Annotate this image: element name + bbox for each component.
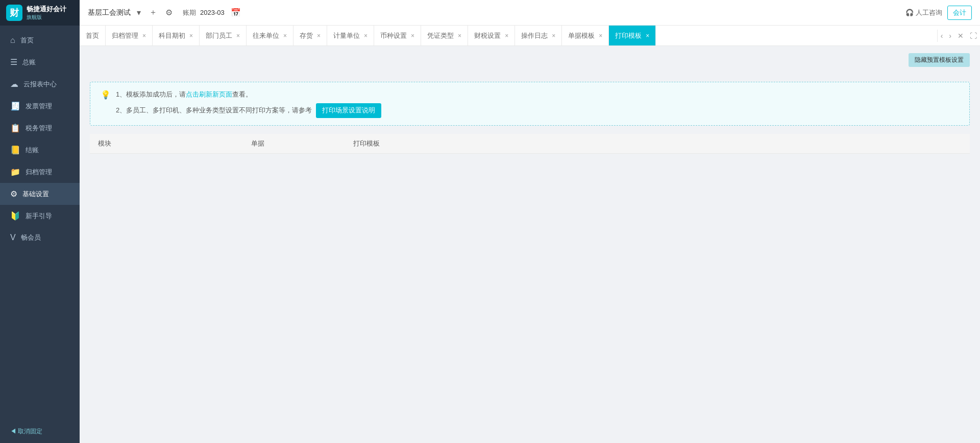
tab-部门员工[interactable]: 部门员工× bbox=[200, 26, 247, 46]
tab-归档管理[interactable]: 归档管理× bbox=[106, 26, 153, 46]
logo-text: 畅捷通好会计 旗舰版 bbox=[27, 5, 66, 21]
sidebar-footer[interactable]: ◀ 取消固定 bbox=[0, 420, 80, 443]
sidebar-item-archive[interactable]: 📁归档管理 bbox=[0, 161, 80, 183]
headset-icon: 🎧 bbox=[905, 9, 914, 16]
tab-label: 打印模板 bbox=[615, 31, 642, 40]
tab-close-icon[interactable]: × bbox=[646, 33, 649, 39]
bulb-icon: 💡 bbox=[101, 90, 111, 100]
reports-icon: ☁ bbox=[10, 79, 18, 89]
ledger-icon: ☰ bbox=[10, 57, 17, 67]
tab-科目期初[interactable]: 科目期初× bbox=[153, 26, 200, 46]
sidebar-item-label: 畅会员 bbox=[21, 233, 41, 242]
sidebar-item-label: 基础设置 bbox=[22, 190, 49, 199]
sidebar-item-label: 首页 bbox=[20, 36, 34, 45]
tab-计量单位[interactable]: 计量单位× bbox=[327, 26, 374, 46]
sidebar-item-member[interactable]: V畅会员 bbox=[0, 227, 80, 248]
tab-label: 存货 bbox=[300, 31, 313, 40]
info-prefix-1: 1、模板添加成功后，请 bbox=[116, 90, 186, 98]
table-header: 模块 单据 打印模板 bbox=[90, 134, 970, 154]
tab-close-all[interactable]: ✕ bbox=[954, 30, 967, 42]
tab-打印模板[interactable]: 打印模板× bbox=[609, 26, 656, 46]
dropdown-icon[interactable]: ▾ bbox=[135, 6, 143, 19]
tax-icon: 📋 bbox=[10, 123, 20, 133]
sidebar-item-reports[interactable]: ☁云报表中心 bbox=[0, 73, 80, 95]
sidebar-item-tax[interactable]: 📋税务管理 bbox=[0, 117, 80, 139]
sidebar-menu: ⌂首页☰总账☁云报表中心🧾发票管理📋税务管理📒结账📁归档管理⚙基础设置🔰新手引导… bbox=[0, 26, 80, 420]
tab-maximize[interactable]: ⛶ bbox=[967, 30, 980, 42]
col-receipt: 单据 bbox=[243, 134, 345, 153]
sidebar-item-label: 云报表中心 bbox=[23, 80, 57, 89]
refresh-link[interactable]: 点击刷新新页面 bbox=[186, 90, 232, 98]
tab-label: 部门员工 bbox=[206, 31, 232, 40]
settings-icon[interactable]: ⚙ bbox=[163, 6, 175, 19]
tab-存货[interactable]: 存货× bbox=[293, 26, 327, 46]
tab-财税设置[interactable]: 财税设置× bbox=[468, 26, 515, 46]
service-button[interactable]: 🎧 人工咨询 bbox=[905, 8, 942, 17]
info-suffix-1: 查看。 bbox=[232, 90, 252, 98]
sidebar-logo: 财 畅捷通好会计 旗舰版 bbox=[0, 0, 80, 26]
member-icon: V bbox=[10, 233, 16, 242]
tab-首页[interactable]: 首页 bbox=[80, 26, 106, 46]
account-button[interactable]: 会计 bbox=[947, 6, 972, 20]
tab-close-icon[interactable]: × bbox=[552, 33, 555, 39]
logo-main: 畅捷通好会计 bbox=[27, 5, 66, 14]
tab-label: 计量单位 bbox=[333, 31, 360, 40]
sidebar-item-label: 发票管理 bbox=[26, 102, 52, 111]
info-row-1: 💡 1、模板添加成功后，请点击刷新新页面查看。 bbox=[101, 89, 959, 100]
closing-icon: 📒 bbox=[10, 145, 20, 155]
archive-icon: 📁 bbox=[10, 167, 20, 177]
tab-close-icon[interactable]: × bbox=[458, 33, 461, 39]
add-tab-icon[interactable]: ＋ bbox=[147, 5, 159, 20]
col-module: 模块 bbox=[90, 134, 243, 153]
tab-label: 财税设置 bbox=[474, 31, 501, 40]
tab-close-icon[interactable]: × bbox=[599, 33, 602, 39]
topbar-left: 基层工会测试 ▾ ＋ ⚙ 账期 2023-03 📅 bbox=[88, 5, 243, 20]
print-scene-button[interactable]: 打印场景设置说明 bbox=[316, 103, 381, 118]
tab-label: 往来单位 bbox=[253, 31, 279, 40]
tab-凭证类型[interactable]: 凭证类型× bbox=[421, 26, 468, 46]
table-area: 模块 单据 打印模板 bbox=[90, 134, 970, 154]
tab-close-icon[interactable]: × bbox=[283, 33, 287, 39]
info-row-2: 💡 2、多员工、多打印机、多种业务类型设置不同打印方案等，请参考 打印场景设置说… bbox=[101, 103, 959, 118]
content-inner: 隐藏预置模板设置 💡 1、模板添加成功后，请点击刷新新页面查看。 💡 2、多员工… bbox=[80, 46, 980, 164]
tab-close-icon[interactable]: × bbox=[236, 33, 240, 39]
sidebar-item-settings[interactable]: ⚙基础设置 bbox=[0, 183, 80, 205]
calendar-icon[interactable]: 📅 bbox=[229, 6, 243, 19]
sidebar-item-closing[interactable]: 📒结账 bbox=[0, 139, 80, 161]
tab-close-icon[interactable]: × bbox=[364, 33, 368, 39]
tab-label: 归档管理 bbox=[112, 31, 138, 40]
hide-template-button[interactable]: 隐藏预置模板设置 bbox=[909, 53, 970, 67]
service-label: 人工咨询 bbox=[916, 8, 942, 17]
sidebar: 财 畅捷通好会计 旗舰版 ⌂首页☰总账☁云报表中心🧾发票管理📋税务管理📒结账📁归… bbox=[0, 0, 80, 443]
logo-icon: 财 bbox=[6, 5, 22, 21]
tab-close-icon[interactable]: × bbox=[317, 33, 321, 39]
tab-close-icon[interactable]: × bbox=[411, 33, 414, 39]
tab-scroll-right[interactable]: › bbox=[946, 30, 954, 42]
tab-scroll-left[interactable]: ‹ bbox=[938, 30, 946, 42]
tab-币种设置[interactable]: 币种设置× bbox=[374, 26, 421, 46]
tab-close-icon[interactable]: × bbox=[142, 33, 146, 39]
topbar-right: 🎧 人工咨询 会计 bbox=[905, 6, 972, 20]
tab-label: 凭证类型 bbox=[427, 31, 454, 40]
tab-close-icon[interactable]: × bbox=[505, 33, 508, 39]
tab-close-icon[interactable]: × bbox=[189, 33, 193, 39]
sidebar-item-guide[interactable]: 🔰新手引导 bbox=[0, 205, 80, 227]
sidebar-item-ledger[interactable]: ☰总账 bbox=[0, 51, 80, 73]
tab-往来单位[interactable]: 往来单位× bbox=[247, 26, 293, 46]
home-icon: ⌂ bbox=[10, 36, 15, 45]
info-text-2: 2、多员工、多打印机、多种业务类型设置不同打印方案等，请参考 打印场景设置说明 bbox=[116, 103, 383, 118]
col-template: 打印模板 bbox=[345, 134, 970, 153]
sidebar-item-invoice[interactable]: 🧾发票管理 bbox=[0, 95, 80, 117]
tab-操作日志[interactable]: 操作日志× bbox=[515, 26, 562, 46]
tab-label: 科目期初 bbox=[159, 31, 185, 40]
sidebar-item-label: 税务管理 bbox=[26, 124, 52, 133]
invoice-icon: 🧾 bbox=[10, 101, 20, 111]
tab-label: 单据模板 bbox=[568, 31, 595, 40]
sidebar-item-label: 归档管理 bbox=[26, 168, 52, 177]
content-area: 隐藏预置模板设置 💡 1、模板添加成功后，请点击刷新新页面查看。 💡 2、多员工… bbox=[80, 46, 980, 443]
topbar: 基层工会测试 ▾ ＋ ⚙ 账期 2023-03 📅 🎧 人工咨询 会计 bbox=[80, 0, 980, 26]
logo-sub: 旗舰版 bbox=[27, 14, 66, 21]
tab-label: 首页 bbox=[86, 31, 99, 40]
tab-单据模板[interactable]: 单据模板× bbox=[562, 26, 609, 46]
sidebar-item-home[interactable]: ⌂首页 bbox=[0, 30, 80, 51]
